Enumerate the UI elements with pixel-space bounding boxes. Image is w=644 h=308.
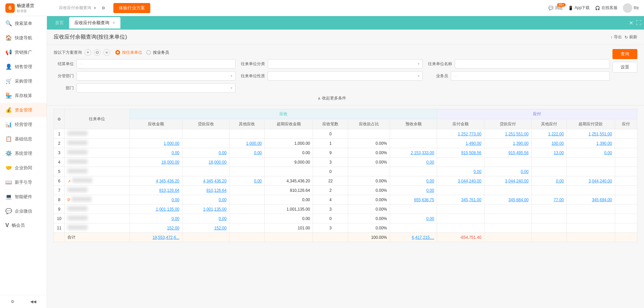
purchase-icon: 🛒	[5, 78, 12, 84]
tab-bar-end: ✕ ⛶	[629, 20, 641, 26]
sidebar-settings-btn[interactable]: ⚙	[11, 299, 14, 304]
table-wrapper: ⚙ 往来单位 应收 应付 应收金额 贷款应收 其他应收 超期应收金额 应收笔数 …	[54, 105, 637, 242]
col-ar-count-header: 应收笔数	[313, 119, 348, 129]
col-partner-header: 往来单位	[65, 109, 130, 129]
sidebar-item-finance[interactable]: 💰 资金管理	[0, 103, 47, 117]
table-footer-row: 合计 19,553,472,6... 100.00% 6,417,215....…	[54, 233, 637, 242]
sidebar-item-guide[interactable]: 📖 新手引导	[0, 175, 47, 189]
sidebar-bottom: ⚙ ◀◀	[0, 295, 47, 308]
scheme-option-partner[interactable]: 按往来单位	[115, 50, 142, 55]
tab-home[interactable]: 首页	[50, 17, 69, 29]
table-row: 6↗4,345,436.204,345,436.200.004,345,436.…	[54, 176, 637, 186]
collapse-label: 收起更多条件	[322, 95, 346, 101]
col-settings-header[interactable]: ⚙	[54, 109, 65, 129]
sidebar-item-member[interactable]: V 畅会员	[0, 218, 47, 232]
sidebar-label-guide: 新手引导	[15, 179, 32, 185]
sidebar-label-inventory: 库存核算	[15, 93, 32, 99]
sidebar-item-search-menu[interactable]: 🔍 搜索菜单	[0, 16, 47, 31]
set-button[interactable]: 设置	[612, 62, 637, 73]
sidebar-item-basic-info[interactable]: 📋 基础信息	[0, 132, 47, 146]
filter-input-partner-category[interactable]: ▾	[268, 59, 423, 69]
sidebar-item-sales[interactable]: 👤 销售管理	[0, 59, 47, 74]
scheme-option-salesman[interactable]: 按业务员	[146, 50, 169, 55]
add-scheme-btn[interactable]: +	[85, 49, 91, 56]
target-scheme-btn[interactable]: ⊙	[94, 49, 101, 56]
online-service-item[interactable]: 🎧 在线客服	[595, 5, 618, 11]
table-row: 91,001,135.001,001,135.001,001,135.0030.…	[54, 205, 637, 214]
tab-close-icon[interactable]: ×	[113, 20, 115, 25]
tab-close-window-icon[interactable]: ✕	[629, 20, 633, 26]
sidebar-collapse-btn[interactable]: ◀◀	[30, 299, 36, 304]
sidebar-item-cooperation[interactable]: 🤝 企业协同	[0, 161, 47, 175]
sidebar-item-wechat[interactable]: 💬 企业微信	[0, 204, 47, 218]
layout: 🔍 搜索菜单 🏠 快捷导航 📢 营销推广 👤 销售管理 🛒 采购管理 🏪 库存核…	[0, 16, 644, 308]
sidebar-label-operations: 经营管理	[15, 122, 32, 128]
sidebar-item-inventory[interactable]: 🏪 库存核算	[0, 88, 47, 103]
col-ar-prepay-header: 预收余额	[390, 119, 437, 129]
hardware-icon: 💻	[5, 193, 12, 200]
breadcrumb-area: 应收应付余额查询 ▾ ⚙ 体验行业方案	[52, 3, 548, 13]
sidebar-item-hardware[interactable]: 💻 智能硬件	[0, 189, 47, 204]
sidebar-label-cooperation: 企业协同	[15, 165, 32, 171]
scheme-radio-inner	[117, 51, 119, 53]
filter-label-dept: 分管部门	[54, 73, 74, 79]
filter-row-salesman: 业务员 ···	[428, 71, 610, 81]
sidebar-item-quick-nav[interactable]: 🏠 快捷导航	[0, 31, 47, 45]
col-ar-loan-header: 贷款应收	[182, 119, 229, 129]
table-row: 7810,126.64810,126.64810,126.6420.00%0.0…	[54, 186, 637, 195]
user-area[interactable]: Rit	[623, 3, 639, 13]
sidebar-item-system[interactable]: ⚙️ 系统管理	[0, 146, 47, 161]
tab-bar: 首页 应收应付余额查询 × ✕ ⛶	[47, 16, 644, 30]
promo-button[interactable]: 体验行业方案	[113, 3, 150, 13]
filter-grid: 结算单位 ··· 往来单位分类 ▾	[54, 59, 610, 93]
tab-ar-balance[interactable]: 应收应付余额查询 ×	[69, 17, 120, 29]
filter-input-partner-nature[interactable]: ▾	[268, 71, 423, 81]
sidebar-item-marketing[interactable]: 📢 营销推广	[0, 45, 47, 59]
col-ar-overdue-header: 超期应收金额	[265, 119, 313, 129]
collapse-scheme-btn[interactable]: «	[103, 49, 110, 56]
finance-icon: 💰	[5, 107, 12, 113]
table-row: 11152.00152.00101.0030.00%	[54, 223, 637, 233]
footer-ar-amount: 19,553,472,6...	[129, 233, 182, 242]
sidebar-item-purchase[interactable]: 🛒 采购管理	[0, 74, 47, 88]
page-header: 应收应付余额查询(按往来单位) ↑ 导出 ↻ 刷新	[47, 30, 644, 45]
system-icon: ⚙️	[5, 150, 12, 157]
query-button[interactable]: 查询	[612, 49, 637, 59]
message-badge: 99+	[557, 3, 566, 7]
partner-nature-arrow: ▾	[418, 74, 420, 78]
header-actions: ↑ 导出 ↻ 刷新	[610, 34, 637, 40]
refresh-button[interactable]: ↻ 刷新	[625, 34, 637, 40]
export-button[interactable]: ↑ 导出	[610, 34, 622, 40]
filter-scheme: 按以下方案查询 + ⊙ « 按往来单位	[54, 49, 610, 56]
sidebar-label-search: 搜索菜单	[15, 20, 32, 27]
sidebar-label-hardware: 智能硬件	[15, 194, 32, 200]
col-ap-extra-header: 应付	[615, 119, 637, 129]
footer-ap-extra	[615, 233, 637, 242]
footer-ap-overdue	[567, 233, 615, 242]
sidebar-label-finance: 资金管理	[15, 107, 32, 113]
filter-row-partner-category: 往来单位分类 ▾	[241, 59, 423, 69]
app-download-label: App下载	[575, 5, 590, 11]
footer-ar-other	[229, 233, 265, 242]
filter-row-branch-dept: 部门 ▾	[54, 83, 235, 93]
inventory-icon: 🏪	[5, 92, 12, 99]
nav-dropdown-icon[interactable]: ▾	[94, 6, 96, 10]
filter-input-branch-dept[interactable]: ▾	[76, 83, 235, 93]
sidebar-item-operations[interactable]: 📊 经营管理	[0, 117, 47, 132]
message-item[interactable]: 💬 消息 99+	[548, 5, 563, 11]
app-download-item[interactable]: 📱 App下载	[568, 5, 590, 11]
filter-input-dept[interactable]: ▾	[76, 71, 235, 81]
partner-cell	[65, 148, 130, 158]
filter-input-settlement[interactable]: ···	[76, 59, 235, 69]
filter-input-salesman[interactable]: ···	[451, 71, 610, 81]
service-icon: 🎧	[595, 6, 600, 10]
user-avatar	[623, 3, 632, 13]
partner-cell: ↗	[65, 176, 130, 186]
settings-icon[interactable]: ⚙	[99, 3, 108, 13]
filter-input-partner-name[interactable]	[455, 59, 610, 69]
partner-cell	[65, 139, 130, 148]
footer-ap-other	[531, 233, 567, 242]
tab-maximize-icon[interactable]: ⛶	[636, 20, 641, 26]
filter-actions: ∧ 收起更多条件	[54, 95, 610, 101]
collapse-more-btn[interactable]: ∧ 收起更多条件	[318, 95, 346, 101]
